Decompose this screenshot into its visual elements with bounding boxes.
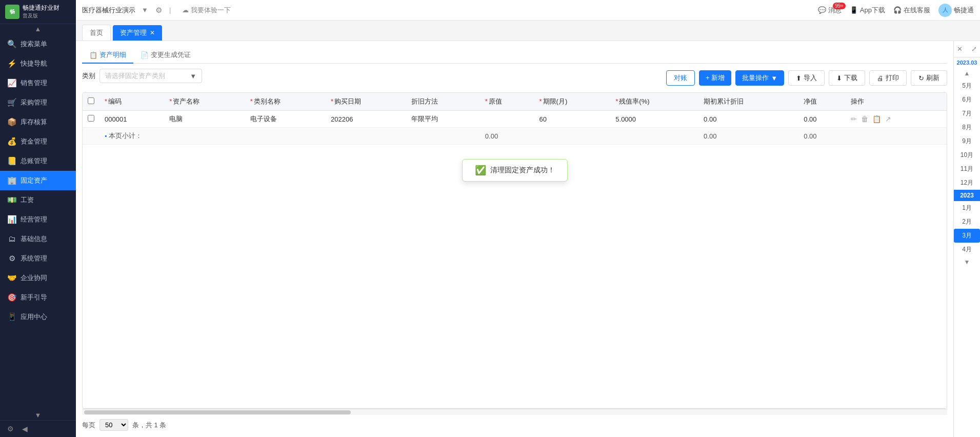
- subtotal-row: ▪ 本页小计： 0.00 0.00 0.00: [83, 128, 947, 145]
- sidebar: 畅 畅捷通好业财 普及版 ▲ 🔍 搜索菜单 ⚡ 快捷导航 📈 销售管理 🛒 采购…: [0, 0, 76, 437]
- customer-service-button[interactable]: 🎧 在线客服: [893, 6, 930, 15]
- right-panel-close-icon[interactable]: ✕: [957, 45, 963, 53]
- message-button[interactable]: 💬 消息 99+: [818, 6, 842, 15]
- payroll-icon: 💵: [7, 195, 16, 205]
- scrollbar-thumb[interactable]: [84, 410, 351, 414]
- refresh-icon: ↻: [918, 74, 924, 82]
- sub-tab-asset-detail[interactable]: 📋 资产明细: [82, 47, 133, 64]
- table-row: 000001 电脑 电子设备 202206 年限平均 60 5.0000 0.0…: [83, 111, 947, 128]
- new-button[interactable]: + 新增: [699, 70, 731, 86]
- user-profile[interactable]: 人 畅捷通: [938, 4, 974, 17]
- sidebar-item-label: 采购管理: [21, 98, 47, 107]
- category-filter-label: 类别: [82, 71, 95, 81]
- delete-icon[interactable]: 🗑: [861, 115, 868, 123]
- col-net-value: 净值: [798, 93, 846, 111]
- month-2[interactable]: 2月: [954, 215, 980, 229]
- cell-net-value: 0.00: [798, 111, 846, 128]
- sidebar-item-sales[interactable]: 📈 销售管理: [0, 73, 76, 93]
- sidebar-item-capital[interactable]: 💰 资金管理: [0, 132, 76, 151]
- sidebar-item-guide[interactable]: 🎯 新手引导: [0, 288, 76, 307]
- row-checkbox[interactable]: [88, 115, 94, 122]
- settings-icon[interactable]: ⚙: [7, 425, 14, 433]
- tab-home-label: 首页: [90, 28, 103, 37]
- month-7[interactable]: 7月: [954, 107, 980, 121]
- col-original-value: *原值: [480, 93, 534, 111]
- sidebar-header: 畅 畅捷通好业财 普及版: [0, 0, 76, 24]
- year-2023-label: 2023: [954, 190, 980, 201]
- cell-original-value: [480, 111, 534, 128]
- company-dropdown-icon[interactable]: ▼: [142, 6, 148, 14]
- more-icon[interactable]: ↗: [885, 115, 891, 123]
- refresh-button[interactable]: ↻ 刷新: [911, 70, 947, 86]
- experience-button[interactable]: ☁ 我要体验一下: [182, 6, 231, 15]
- tab-close-icon[interactable]: ✕: [150, 29, 155, 36]
- purchase-icon: 🛒: [7, 98, 16, 107]
- sidebar-item-quick-nav[interactable]: ⚡ 快捷导航: [0, 54, 76, 73]
- month-12[interactable]: 12月: [954, 176, 980, 190]
- sidebar-item-label: 基础信息: [21, 234, 47, 244]
- sidebar-item-system[interactable]: ⚙ 系统管理: [0, 249, 76, 268]
- sidebar-item-label: 应用中心: [21, 312, 47, 322]
- app-download-button[interactable]: 📱 App下载: [850, 6, 885, 15]
- select-all-checkbox[interactable]: [88, 97, 94, 104]
- subtotal-initial-depreciation: 0.00: [698, 128, 798, 145]
- month-8[interactable]: 8月: [954, 121, 980, 134]
- toast-check-icon: ✅: [475, 165, 486, 176]
- import-button[interactable]: ⬆ 导入: [788, 70, 825, 86]
- sidebar-item-label: 快捷导航: [21, 59, 47, 68]
- sidebar-item-fixed-assets[interactable]: 🏢 固定资产: [0, 171, 76, 190]
- per-page-select[interactable]: 50 10 20 100: [99, 419, 128, 431]
- month-6[interactable]: 6月: [954, 93, 980, 107]
- sidebar-item-app-center[interactable]: 📱 应用中心: [0, 307, 76, 327]
- sidebar-scroll-down[interactable]: ▼: [0, 410, 76, 420]
- sidebar-item-basic-info[interactable]: 🗂 基础信息: [0, 229, 76, 249]
- month-3-active[interactable]: 3月: [954, 229, 980, 243]
- month-5[interactable]: 5月: [954, 79, 980, 93]
- sidebar-item-label: 资金管理: [21, 137, 47, 146]
- cell-code: 000001: [99, 111, 164, 128]
- sidebar-item-purchase[interactable]: 🛒 采购管理: [0, 93, 76, 112]
- subtotal-net-value: 0.00: [798, 128, 846, 145]
- sidebar-item-inventory[interactable]: 📦 库存核算: [0, 112, 76, 132]
- month-11[interactable]: 11月: [954, 162, 980, 176]
- scroll-down-arrow[interactable]: ▼: [962, 256, 972, 268]
- tab-home[interactable]: 首页: [82, 25, 111, 41]
- col-action: 操作: [846, 93, 947, 111]
- sidebar-item-label: 总账管理: [21, 156, 47, 166]
- sales-icon: 📈: [7, 78, 16, 88]
- category-filter-select[interactable]: 请选择固定资产类别 ▼: [99, 69, 202, 83]
- sidebar-item-payroll[interactable]: 💵 工资: [0, 190, 76, 210]
- collapse-icon[interactable]: ◀: [22, 425, 28, 433]
- month-1[interactable]: 1月: [954, 201, 980, 215]
- cooperation-icon: 🤝: [7, 273, 16, 283]
- sidebar-item-search[interactable]: 🔍 搜索菜单: [0, 34, 76, 54]
- sidebar-item-ledger[interactable]: 📒 总账管理: [0, 151, 76, 171]
- sidebar-scroll-up[interactable]: ▲: [0, 24, 76, 34]
- company-name: 医疗器械行业演示: [82, 6, 135, 15]
- sub-tabs: 📋 资产明细 📄 变更生成凭证: [82, 47, 947, 64]
- edit-icon[interactable]: ✏: [851, 115, 857, 123]
- scroll-up-arrow[interactable]: ▲: [962, 68, 972, 79]
- copy-icon[interactable]: 📋: [872, 115, 881, 123]
- topbar-settings-icon[interactable]: ⚙: [155, 6, 162, 15]
- sidebar-item-label: 库存核算: [21, 117, 47, 127]
- sub-tab-change-voucher[interactable]: 📄 变更生成凭证: [133, 47, 198, 64]
- month-4[interactable]: 4月: [954, 243, 980, 256]
- operations-icon: 📊: [7, 215, 16, 224]
- horizontal-scrollbar[interactable]: [82, 409, 947, 415]
- month-10[interactable]: 10月: [954, 148, 980, 162]
- batch-button[interactable]: 批量操作 ▼: [735, 70, 784, 86]
- sidebar-item-label: 系统管理: [21, 254, 47, 263]
- col-residual-rate: *残值率(%): [610, 93, 698, 111]
- reconcile-button[interactable]: 对账: [666, 70, 695, 86]
- right-panel-expand-icon[interactable]: ⤢: [971, 45, 977, 53]
- col-name: *资产名称: [164, 93, 245, 111]
- tab-asset-mgmt[interactable]: 资产管理 ✕: [113, 25, 162, 41]
- col-purchase-date: *购买日期: [326, 93, 406, 111]
- col-period: *期限(月): [534, 93, 611, 111]
- print-button[interactable]: 🖨 打印: [869, 70, 907, 86]
- download-button[interactable]: ⬇ 下载: [829, 70, 865, 86]
- sidebar-item-operations[interactable]: 📊 经营管理: [0, 210, 76, 229]
- sidebar-item-cooperation[interactable]: 🤝 企业协同: [0, 268, 76, 288]
- month-9[interactable]: 9月: [954, 134, 980, 148]
